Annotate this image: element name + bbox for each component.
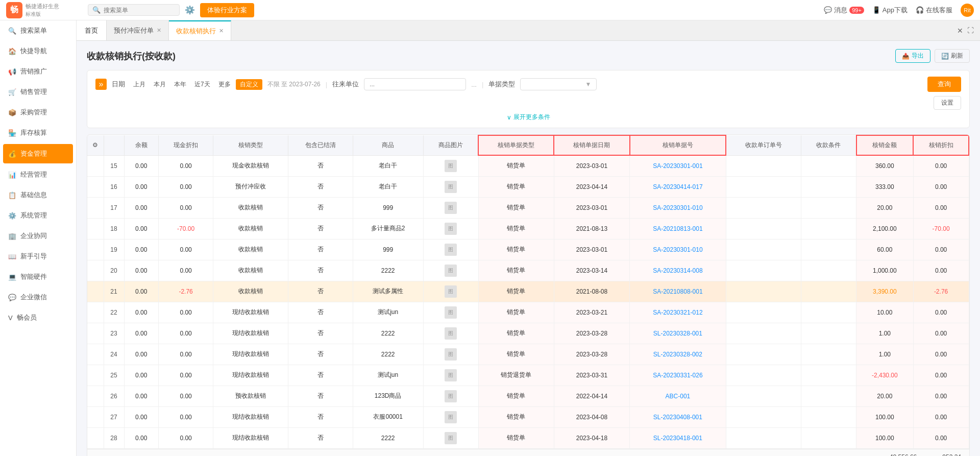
expand-chevron-icon: ∨ <box>507 114 511 121</box>
close-icon[interactable]: ✕ <box>957 27 963 35</box>
sidebar-item-operations[interactable]: 📊 经营管理 <box>0 164 76 185</box>
sidebar-item-wechat[interactable]: 💬 企业微信 <box>0 287 76 307</box>
settings-icon[interactable]: ⚙️ <box>185 5 195 15</box>
query-btn[interactable]: 查询 <box>927 77 961 92</box>
top-search-area[interactable]: 🔍 <box>88 4 180 16</box>
page-header: 收款核销执行(按收款) 📤 导出 🔄 刷新 <box>87 49 970 63</box>
sidebar-item-basic-info[interactable]: 📋 基础信息 <box>0 185 76 205</box>
tab-prepay-close[interactable]: ✕ <box>157 27 161 34</box>
verify-no-link[interactable]: SL-20230408-001 <box>653 414 702 421</box>
date-last-month[interactable]: 上月 <box>130 79 149 90</box>
date-7days[interactable]: 近7天 <box>191 79 213 90</box>
verify-no-link[interactable]: SL-20230328-002 <box>653 351 702 358</box>
cell-verify-no[interactable]: SA-20210813-001 <box>630 218 726 239</box>
sidebar-item-inventory[interactable]: 🏪 库存核算 <box>0 123 76 143</box>
refresh-btn[interactable]: 🔄 刷新 <box>935 49 970 63</box>
verify-no-link[interactable]: SL-20230418-001 <box>653 435 702 442</box>
tab-bar: 首页 预付冲应付单 ✕ 收款核销执行 ✕ ✕ ⛶ <box>77 20 980 41</box>
verify-no-link[interactable]: SA-20230301-001 <box>653 162 702 170</box>
sidebar-item-finance[interactable]: 💰 资金管理 <box>3 144 73 163</box>
tab-collection-close[interactable]: ✕ <box>219 28 224 34</box>
cell-rownum: 20 <box>104 260 124 281</box>
industry-solution-btn[interactable]: 体验行业方案 <box>200 3 254 17</box>
top-search-input[interactable] <box>104 7 170 14</box>
cell-verify-no[interactable]: SA-20230301-010 <box>630 239 726 260</box>
cell-verify-no[interactable]: SA-20230301-001 <box>630 155 726 176</box>
maximize-icon[interactable]: ⛶ <box>967 27 974 34</box>
cell-verify-no[interactable]: SA-20230301-010 <box>630 197 726 218</box>
cell-receipt-condition <box>801 281 856 302</box>
cell-verify-no[interactable]: SL-20230408-001 <box>630 406 726 427</box>
sidebar-item-system[interactable]: ⚙️ 系统管理 <box>0 205 76 226</box>
verify-no-link[interactable]: SA-20230314-008 <box>653 267 702 274</box>
verify-no-link[interactable]: SA-20230331-026 <box>653 372 702 379</box>
hardware-icon: 💻 <box>8 273 16 281</box>
verify-no-link[interactable]: SA-20230301-010 <box>653 246 702 253</box>
cell-balance: 0.00 <box>124 155 159 176</box>
sidebar-item-member[interactable]: V 畅会员 <box>0 307 76 328</box>
sidebar-item-search-menu[interactable]: 🔍 搜索菜单 <box>0 20 76 41</box>
verify-no-link[interactable]: SA-20230414-017 <box>653 183 702 190</box>
date-more[interactable]: 更多 <box>215 79 234 90</box>
cell-verify-no[interactable]: SL-20230328-002 <box>630 344 726 365</box>
date-custom[interactable]: 自定义 <box>236 79 262 90</box>
col-gear[interactable]: ⚙ <box>87 135 104 155</box>
sidebar-item-purchase[interactable]: 📦 采购管理 <box>0 102 76 123</box>
sidebar-item-guide[interactable]: 📖 新手引导 <box>0 246 76 267</box>
table-row: 18 0.00 -70.00 收款核销 否 多计量商品2 图 销货单 2021-… <box>87 218 969 239</box>
wechat-icon: 💬 <box>8 294 16 301</box>
date-label: 日期 <box>112 80 125 89</box>
message-area[interactable]: 💬 消息 99+ <box>824 6 864 15</box>
sidebar-item-sales[interactable]: 🛒 销售管理 <box>0 82 76 102</box>
sidebar-item-marketing[interactable]: 📢 营销推广 <box>0 61 76 82</box>
sidebar-label: 资金管理 <box>20 149 47 158</box>
settings-btn[interactable]: 设置 <box>934 96 961 110</box>
tab-home[interactable]: 首页 <box>77 20 107 40</box>
cell-cash-discount: 0.00 <box>159 323 213 344</box>
cell-goods: 测试jun <box>353 365 423 386</box>
cell-receipt-order <box>726 176 801 197</box>
expand-more-bar[interactable]: ∨ 展开更多条件 <box>95 113 961 122</box>
partner-input[interactable] <box>364 78 466 90</box>
partner-more-icon[interactable]: ... <box>471 81 477 88</box>
enterprise-icon: 🏢 <box>8 232 16 240</box>
col-verify-type: 核销类型 <box>213 135 288 155</box>
export-btn[interactable]: 📤 导出 <box>895 49 930 63</box>
cell-verify-no[interactable]: SL-20230418-001 <box>630 427 726 448</box>
date-this-month[interactable]: 本月 <box>151 79 169 90</box>
online-service[interactable]: 🎧 在线客服 <box>916 6 952 15</box>
tab-prepay[interactable]: 预付冲应付单 ✕ <box>107 20 169 40</box>
verify-no-link[interactable]: SA-20230301-010 <box>653 204 702 211</box>
cell-verify-no[interactable]: SA-20230321-012 <box>630 302 726 323</box>
cell-verify-no[interactable]: SA-20230331-026 <box>630 365 726 386</box>
cell-balance: 0.00 <box>124 281 159 302</box>
sidebar-item-enterprise[interactable]: 🏢 企业协同 <box>0 226 76 246</box>
filter-expand-btn[interactable]: » <box>95 79 107 90</box>
cell-balance: 0.00 <box>124 406 159 427</box>
sidebar-label: 新手引导 <box>20 252 47 261</box>
date-this-year[interactable]: 本年 <box>171 79 189 90</box>
cell-verify-discount: 0.00 <box>913 344 969 365</box>
verify-no-link[interactable]: SA-20210808-001 <box>653 288 702 295</box>
cell-goods-image: 图 <box>423 239 478 260</box>
cell-verify-type: 收款核销 <box>213 218 288 239</box>
cell-verify-discount: 0.00 <box>913 260 969 281</box>
user-area[interactable]: Rit <box>961 4 974 17</box>
cell-gear <box>87 344 104 365</box>
cell-verify-no[interactable]: SA-20230414-017 <box>630 176 726 197</box>
tab-collection[interactable]: 收款核销执行 ✕ <box>169 20 231 40</box>
sidebar-item-hardware[interactable]: 💻 智能硬件 <box>0 267 76 287</box>
cell-receipt-condition <box>801 365 856 386</box>
cell-verify-no[interactable]: ABC-001 <box>630 386 726 406</box>
verify-no-link[interactable]: SA-20230321-012 <box>653 309 702 316</box>
verify-no-link[interactable]: SA-20210813-001 <box>653 225 702 232</box>
cell-verify-no[interactable]: SL-20230328-001 <box>630 323 726 344</box>
verify-no-link[interactable]: SL-20230328-001 <box>653 330 702 337</box>
app-download[interactable]: 📱 App下载 <box>872 6 908 15</box>
sidebar-item-quick-nav[interactable]: 🏠 快捷导航 <box>0 41 76 61</box>
voucher-type-select-wrapper[interactable]: ▼ <box>520 78 597 90</box>
verify-no-link[interactable]: ABC-001 <box>666 393 691 400</box>
cell-verify-no[interactable]: SA-20210808-001 <box>630 281 726 302</box>
cell-verify-voucher-type: 销货单 <box>478 427 554 448</box>
cell-verify-no[interactable]: SA-20230314-008 <box>630 260 726 281</box>
